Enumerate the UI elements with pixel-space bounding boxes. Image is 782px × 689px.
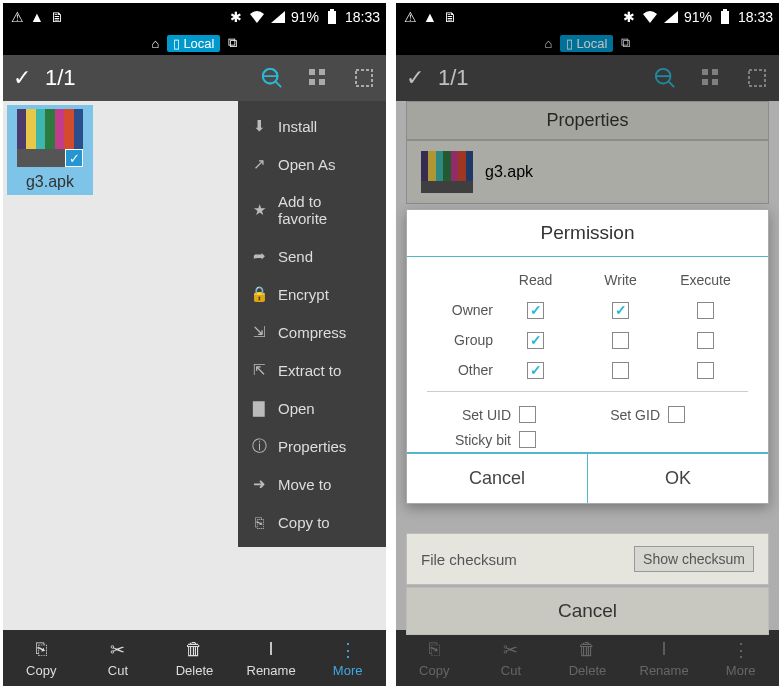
selection-count: 1/1 xyxy=(438,65,469,91)
svg-rect-6 xyxy=(309,79,315,85)
send-icon: ➦ xyxy=(250,247,268,265)
cb-group-execute[interactable] xyxy=(697,332,714,349)
cb-sticky[interactable] xyxy=(519,431,536,448)
svg-line-3 xyxy=(276,82,282,88)
cb-group-write[interactable] xyxy=(612,332,629,349)
battery-percent: 91% xyxy=(684,9,712,25)
perm-header-row: Read Write Execute xyxy=(427,265,748,295)
cb-setgid[interactable] xyxy=(668,406,685,423)
copy-to-icon: ⎘ xyxy=(250,513,268,531)
checksum-label: File checksum xyxy=(421,551,517,568)
svg-rect-1 xyxy=(330,9,334,11)
info-icon: ⓘ xyxy=(250,437,268,455)
context-menu: ⬇Install ↗Open As ★Add to favorite ➦Send… xyxy=(238,101,386,547)
globe-search-icon[interactable] xyxy=(260,66,284,90)
properties-title: Properties xyxy=(406,101,769,140)
windows-icon: ⧉ xyxy=(621,35,630,51)
svg-rect-17 xyxy=(749,70,765,86)
menu-open[interactable]: ▇Open xyxy=(238,389,386,427)
svg-rect-8 xyxy=(356,70,372,86)
menu-send[interactable]: ➦Send xyxy=(238,237,386,275)
perm-cancel-button[interactable]: Cancel xyxy=(407,454,587,503)
clock: 18:33 xyxy=(345,9,380,25)
cb-owner-write[interactable] xyxy=(612,302,629,319)
bb-rename[interactable]: IRename xyxy=(233,630,310,686)
menu-extract-to[interactable]: ⇱Extract to xyxy=(238,351,386,389)
svg-rect-16 xyxy=(712,79,718,85)
warning-icon: ⚠ xyxy=(402,9,418,25)
menu-open-as[interactable]: ↗Open As xyxy=(238,145,386,183)
bluetooth-icon: ✱ xyxy=(621,9,637,25)
windows-icon[interactable]: ⧉ xyxy=(228,35,237,51)
menu-encrypt[interactable]: 🔒Encrypt xyxy=(238,275,386,313)
copy-icon: ⎘ xyxy=(423,639,445,661)
more-icon: ⋮ xyxy=(337,639,359,661)
perm-row-group: Group xyxy=(427,325,748,355)
menu-add-favorite[interactable]: ★Add to favorite xyxy=(238,183,386,237)
bb-copy[interactable]: ⎘Copy xyxy=(3,630,80,686)
copy-icon: ⎘ xyxy=(30,639,52,661)
perm-row-other: Other xyxy=(427,355,748,385)
local-tag[interactable]: ▯ Local xyxy=(167,35,220,52)
perm-row-setuid-setgid: Set UID Set GID xyxy=(407,402,768,427)
svg-rect-13 xyxy=(702,69,708,75)
done-icon[interactable]: ✓ xyxy=(13,65,31,91)
selection-bar: ✓ 1/1 xyxy=(3,55,386,101)
phone-right: ⚠ ▲ 🗎 ✱ 91% 18:33 ⌂ ▯Local ⧉ ✓ 1/1 xyxy=(396,3,779,686)
bb-more: ⋮More xyxy=(702,630,779,686)
bb-cut: ✂Cut xyxy=(473,630,550,686)
warning-icon: ⚠ xyxy=(9,9,25,25)
home-icon[interactable]: ⌂ xyxy=(152,36,160,51)
menu-install[interactable]: ⬇Install xyxy=(238,107,386,145)
cb-setuid[interactable] xyxy=(519,406,536,423)
grid-icon[interactable] xyxy=(306,66,330,90)
bottom-bar: ⎘Copy ✂Cut 🗑Delete IRename ⋮More xyxy=(3,630,386,686)
permission-dialog: Permission Read Write Execute Owner Grou… xyxy=(406,209,769,504)
cb-other-read[interactable] xyxy=(527,362,544,379)
cb-group-read[interactable] xyxy=(527,332,544,349)
battery-icon xyxy=(324,9,340,25)
properties-file-name: g3.apk xyxy=(485,163,533,181)
menu-move-to[interactable]: ➜Move to xyxy=(238,465,386,503)
bottom-bar: ⎘Copy ✂Cut 🗑Delete IRename ⋮More xyxy=(396,630,779,686)
selection-count: 1/1 xyxy=(45,65,76,91)
selection-bar: ✓ 1/1 xyxy=(396,55,779,101)
cb-other-write[interactable] xyxy=(612,362,629,379)
properties-cancel-button[interactable]: Cancel xyxy=(406,587,769,635)
clock: 18:33 xyxy=(738,9,773,25)
phone-icon: ▯ xyxy=(173,36,180,51)
cb-other-execute[interactable] xyxy=(697,362,714,379)
cut-icon: ✂ xyxy=(500,639,522,661)
perm-ok-button[interactable]: OK xyxy=(587,454,768,503)
battery-icon xyxy=(717,9,733,25)
rename-icon: I xyxy=(653,639,675,661)
show-checksum-button[interactable]: Show checksum xyxy=(634,546,754,572)
cb-owner-execute[interactable] xyxy=(697,302,714,319)
perm-head-execute: Execute xyxy=(663,272,748,288)
rename-icon: I xyxy=(260,639,282,661)
menu-copy-to[interactable]: ⎘Copy to xyxy=(238,503,386,541)
cb-owner-read[interactable] xyxy=(527,302,544,319)
svg-line-12 xyxy=(669,82,675,88)
breadcrumb: ⌂ ▯ Local ⧉ xyxy=(3,31,386,55)
file-grid[interactable]: ✓ g3.apk ⬇Install ↗Open As ★Add to favor… xyxy=(3,101,386,630)
menu-compress[interactable]: ⇲Compress xyxy=(238,313,386,351)
wifi-icon xyxy=(249,9,265,25)
apk-thumbnail xyxy=(421,151,473,193)
svg-rect-0 xyxy=(328,11,336,24)
bb-more[interactable]: ⋮More xyxy=(309,630,386,686)
download-icon: ⬇ xyxy=(250,117,268,135)
svg-rect-5 xyxy=(319,69,325,75)
file-label: g3.apk xyxy=(7,173,93,191)
doc-icon: 🗎 xyxy=(49,9,65,25)
menu-properties[interactable]: ⓘProperties xyxy=(238,427,386,465)
bb-cut[interactable]: ✂Cut xyxy=(80,630,157,686)
checksum-row: File checksum Show checksum xyxy=(406,533,769,585)
home-icon: ⌂ xyxy=(545,36,553,51)
bb-delete[interactable]: 🗑Delete xyxy=(156,630,233,686)
select-all-icon[interactable] xyxy=(352,66,376,90)
status-bar: ⚠ ▲ 🗎 ✱ 91% 18:33 xyxy=(396,3,779,31)
phone-left: ⚠ ▲ 🗎 ✱ 91% 18:33 ⌂ ▯ Local ⧉ ✓ 1/1 xyxy=(3,3,386,686)
external-icon: ↗ xyxy=(250,155,268,173)
file-tile-g3apk[interactable]: ✓ g3.apk xyxy=(7,105,93,195)
